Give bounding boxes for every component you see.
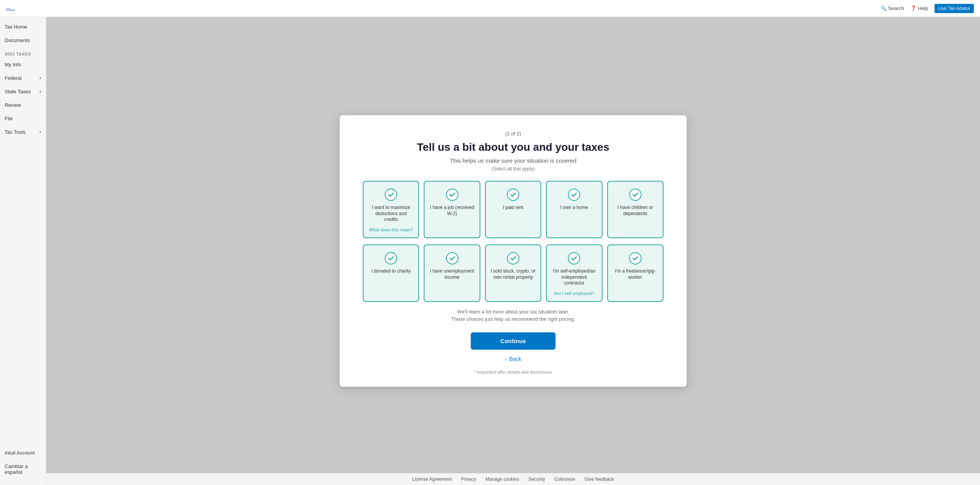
option-label-sold-stock: I sold stock, crypto, or own rental prop… [490, 268, 536, 280]
security-link[interactable]: Security [529, 477, 545, 482]
cobrowse-link[interactable]: Cobrowse [554, 477, 575, 482]
sidebar-item-intuit-account[interactable]: Intuit Account [0, 446, 46, 460]
live-tax-advice-button[interactable]: Live Tax Advice [935, 4, 974, 13]
am-i-self-employed-link[interactable]: Am I self employed? [554, 291, 594, 296]
check-icon-self-employed [568, 252, 580, 264]
logo[interactable]: intuit turbotax [6, 2, 19, 15]
tax-home-label: Tax Home [5, 24, 27, 30]
state-taxes-label: State Taxes [5, 89, 31, 94]
tax-tools-label: Tax Tools [5, 129, 25, 135]
state-taxes-chevron-icon: ▾ [39, 89, 41, 94]
sidebar-item-cambiar-espanol[interactable]: Cambiar a español [0, 460, 46, 479]
modal-select-all-label: (Select all that apply) [363, 166, 663, 172]
footer-text-line2: These choices just help us recommend the… [363, 315, 663, 323]
option-label-self-employed: I'm self-employed/an independent contrac… [551, 268, 597, 286]
option-unemployment-income[interactable]: I have unemployment income [424, 244, 480, 302]
option-freelancer-gig[interactable]: I'm a freelancer/gig-worker [607, 244, 663, 302]
option-label-donated: I donated to charity [371, 268, 411, 274]
back-label: Back [509, 356, 521, 362]
sidebar-item-my-info[interactable]: My Info [0, 58, 46, 71]
footer-text-line1: We'll learn a lot more about your tax si… [363, 308, 663, 316]
review-label: Review [5, 102, 21, 108]
check-icon-sold-stock [507, 252, 519, 264]
sidebar-item-state-taxes[interactable]: State Taxes ▾ [0, 85, 46, 98]
search-icon: 🔍 [881, 5, 887, 11]
sidebar-item-documents[interactable]: Documents [0, 34, 46, 47]
check-icon-unemployment [446, 252, 458, 264]
sidebar-bottom: Intuit Account Cambiar a español [0, 446, 46, 485]
federal-chevron-icon: ▾ [39, 76, 41, 80]
modal-title: Tell us a bit about you and your taxes [363, 141, 663, 153]
sidebar: Tax Home Documents 2023 TAXES My Info Fe… [0, 17, 46, 485]
options-row-2: I donated to charity I have unemployment… [363, 244, 663, 302]
file-label: File [5, 116, 13, 121]
sidebar-item-file[interactable]: File [0, 112, 46, 125]
search-label: Search [888, 5, 904, 11]
option-label-freelancer: I'm a freelancer/gig-worker [613, 268, 658, 280]
option-maximize-deductions[interactable]: I want to maximize deductions and credit… [363, 181, 419, 238]
sidebar-item-federal[interactable]: Federal ▾ [0, 71, 46, 85]
help-icon: ❓ [910, 5, 916, 11]
main-content: (1 of 2) Tell us a bit about you and you… [46, 17, 980, 485]
option-label-have-job: I have a job (received W-2) [429, 205, 475, 217]
what-does-this-mean-link[interactable]: What does this mean? [369, 227, 413, 232]
nav-left: intuit turbotax [6, 2, 19, 15]
cambiar-espanol-label: Cambiar a español [5, 463, 41, 475]
modal-step-indicator: (1 of 2) [363, 131, 663, 136]
option-label-paid-rent: I paid rent [503, 205, 523, 211]
check-icon-freelancer [629, 252, 642, 264]
check-icon-donated [385, 252, 397, 264]
option-label-maximize-deductions: I want to maximize deductions and credit… [368, 205, 414, 223]
sidebar-item-tax-tools[interactable]: Tax Tools ▾ [0, 125, 46, 139]
option-have-children[interactable]: I have children or dependents [607, 181, 663, 238]
option-paid-rent[interactable]: I paid rent [485, 181, 541, 238]
modal-subtitle: This helps us make sure your situation i… [363, 157, 663, 164]
tax-tools-chevron-icon: ▾ [39, 130, 41, 134]
options-row-1: I want to maximize deductions and credit… [363, 181, 663, 238]
sidebar-section-2023-taxes: 2023 TAXES [0, 47, 46, 58]
sidebar-item-tax-home[interactable]: Tax Home [0, 20, 46, 34]
back-chevron-icon: ‹ [505, 356, 507, 362]
manage-cookies-link[interactable]: Manage cookies [485, 477, 519, 482]
my-info-label: My Info [5, 62, 21, 67]
check-icon-have-job [446, 189, 458, 201]
modal-footer-text: We'll learn a lot more about your tax si… [363, 308, 663, 323]
license-agreement-link[interactable]: License Agreement [412, 477, 452, 482]
option-have-job[interactable]: I have a job (received W-2) [424, 181, 480, 238]
svg-text:turbotax: turbotax [6, 9, 15, 11]
intuit-account-label: Intuit Account [5, 450, 35, 456]
option-sold-stock-crypto[interactable]: I sold stock, crypto, or own rental prop… [485, 244, 541, 302]
option-self-employed[interactable]: I'm self-employed/an independent contrac… [546, 244, 602, 302]
give-feedback-link[interactable]: Give feedback [584, 477, 614, 482]
federal-label: Federal [5, 75, 22, 81]
check-icon-maximize-deductions [385, 189, 397, 201]
continue-button[interactable]: Continue [471, 332, 556, 350]
top-navigation: intuit turbotax 🔍 Search ❓ Help Live Tax… [0, 0, 980, 17]
option-own-home[interactable]: I own a home [546, 181, 602, 238]
check-icon-own-home [568, 189, 580, 201]
check-icon-have-children [629, 189, 642, 201]
check-icon-paid-rent [507, 189, 519, 201]
help-button[interactable]: ❓ Help [910, 5, 928, 11]
help-label: Help [918, 5, 928, 11]
disclosure-text[interactable]: * Important offer details and disclosure… [363, 370, 663, 374]
option-label-unemployment: I have unemployment income [429, 268, 475, 280]
sidebar-item-review[interactable]: Review [0, 98, 46, 112]
tax-situation-modal: (1 of 2) Tell us a bit about you and you… [340, 115, 687, 387]
documents-label: Documents [5, 37, 30, 43]
page-footer: License Agreement Privacy Manage cookies… [46, 473, 980, 485]
back-link[interactable]: ‹ Back [363, 356, 663, 362]
search-button[interactable]: 🔍 Search [881, 5, 904, 11]
privacy-link[interactable]: Privacy [461, 477, 476, 482]
option-label-have-children: I have children or dependents [613, 205, 658, 217]
option-donated-to-charity[interactable]: I donated to charity [363, 244, 419, 302]
option-label-own-home: I own a home [560, 205, 588, 211]
nav-right: 🔍 Search ❓ Help Live Tax Advice [881, 4, 974, 13]
